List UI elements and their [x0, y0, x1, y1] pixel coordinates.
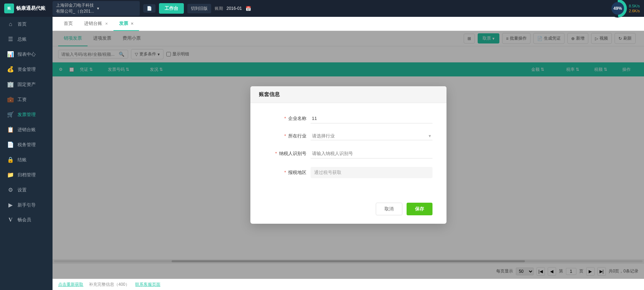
sidebar-label-reports: 报表中心 [18, 51, 36, 58]
sidebar-item-settings[interactable]: ⚙ 设置 [0, 182, 53, 197]
dialog-header: 账套信息 [250, 86, 446, 103]
bottom-text1[interactable]: 点击重新获取 [58, 282, 83, 288]
sidebar-label-purchase: 进销台账 [18, 127, 36, 133]
industry-row: * 所在行业 ▾ [264, 132, 432, 140]
sidebar-label-payroll: 工资 [18, 96, 27, 103]
tax-id-label: * 纳税人识别号 [264, 150, 306, 157]
tax-region-row: * 报税地区 通过税号获取 [264, 167, 432, 178]
company-selector[interactable]: 上海卯金刀电子科技有限公司_（台201... ▾ [53, 1, 140, 16]
company-dropdown-icon: ▾ [97, 6, 136, 11]
tax-id-input[interactable] [311, 149, 432, 159]
page-content: 销项发票 进项发票 费用小票 ⊞ 取票 ▾ [53, 31, 644, 279]
reports-icon: 📊 [7, 51, 14, 58]
sidebar-label-ledger: 总账 [18, 36, 27, 42]
dialog-footer: 取消 保存 [250, 197, 446, 224]
account-info-dialog: 账套信息 * 企业名称 [250, 86, 446, 224]
cancel-button[interactable]: 取消 [376, 203, 402, 215]
modal-overlay: 账套信息 * 企业名称 [53, 31, 644, 279]
settings-icon: ⚙ [7, 187, 14, 193]
tax-id-row: * 纳税人识别号 [264, 149, 432, 159]
dialog-body: * 企业名称 * 所在行业 [250, 103, 446, 197]
archive-icon: 📁 [7, 171, 14, 178]
logo-area: 账 畅康通易代账 [4, 4, 46, 13]
period-value: 2016-01 [227, 6, 242, 11]
workspace-btn[interactable]: 工作台 [159, 3, 184, 14]
top-header: 账 畅康通易代账 上海卯金刀电子科技有限公司_（台201... ▾ 📄 工作台 … [0, 0, 644, 17]
sidebar-item-ledger[interactable]: ☰ 总账 [0, 32, 53, 47]
speed-down: 2.6K/s [629, 9, 640, 13]
closing-icon: 🔒 [7, 156, 14, 163]
guide-icon: ▶ [7, 202, 14, 208]
switch-old-btn[interactable]: 切到旧版 [187, 4, 211, 13]
sidebar-item-guide[interactable]: ▶ 新手引导 [0, 197, 53, 213]
sidebar-label-home: 首页 [18, 21, 27, 27]
bottom-text2: 补充完整信息（400） [89, 282, 130, 288]
company-name-row: * 企业名称 [264, 114, 432, 123]
speed-up: 8.5K/s [629, 4, 640, 8]
sidebar-item-tax[interactable]: 📄 税务管理 [0, 137, 53, 152]
tax-region-disabled: 通过税号获取 [311, 167, 432, 178]
payroll-icon: 💼 [7, 96, 14, 103]
sidebar-item-home[interactable]: ⌂ 首页 [0, 17, 53, 32]
bottom-info-bar: 点击重新获取 补充完整信息（400） 联系客服页面 [53, 279, 644, 290]
tab-close-purchase[interactable]: ✕ [105, 22, 108, 26]
tab-home[interactable]: 首页 [58, 17, 78, 31]
tab-close-invoice[interactable]: ✕ [131, 22, 133, 26]
sidebar-item-payroll[interactable]: 💼 工资 [0, 92, 53, 107]
sidebar-item-invoice[interactable]: 🛒 发票管理 [0, 107, 53, 122]
sidebar-label-funds: 资金管理 [18, 66, 36, 73]
assets-icon: 🏢 [7, 81, 14, 88]
purchase-icon: 📋 [7, 126, 14, 133]
company-name-input[interactable] [311, 114, 432, 123]
tab-purchase[interactable]: 进销台账 ✕ [78, 17, 113, 31]
sidebar: ⌂ 首页 ☰ 总账 📊 报表中心 💰 资金管理 🏢 固定资产 💼 工资 🛒 发票… [0, 17, 53, 290]
sidebar-item-purchase[interactable]: 📋 进销台账 [0, 122, 53, 137]
dialog-title: 账套信息 [259, 91, 280, 97]
speed-info: 8.5K/s 2.6K/s [629, 4, 640, 13]
tax-icon: 📄 [7, 141, 14, 148]
company-name: 上海卯金刀电子科技有限公司_（台201... [56, 2, 95, 14]
save-button[interactable]: 保存 [407, 203, 432, 215]
speed-circle: 49% [609, 0, 627, 18]
sidebar-item-archive[interactable]: 📁 归档管理 [0, 167, 53, 182]
sidebar-item-funds[interactable]: 💰 资金管理 [0, 62, 53, 77]
sidebar-item-closing[interactable]: 🔒 结账 [0, 152, 53, 167]
company-name-label: * 企业名称 [264, 115, 306, 122]
sidebar-label-closing: 结账 [18, 157, 27, 163]
sidebar-label-archive: 归档管理 [18, 172, 36, 178]
sidebar-label-settings: 设置 [18, 187, 27, 193]
industry-dropdown-icon[interactable]: ▾ [429, 133, 431, 139]
home-icon: ⌂ [7, 21, 14, 27]
period-label: 账期 [215, 6, 223, 12]
sidebar-item-vip[interactable]: V 畅会员 [0, 213, 53, 227]
tab-invoice[interactable]: 发票 ✕ [113, 17, 139, 31]
sidebar-item-reports[interactable]: 📊 报表中心 [0, 47, 53, 62]
industry-input[interactable] [312, 133, 429, 139]
sidebar-label-guide: 新手引导 [18, 202, 36, 208]
sidebar-label-assets: 固定资产 [18, 81, 36, 88]
ledger-icon: ☰ [7, 36, 14, 42]
invoice-icon: 🛒 [7, 111, 14, 118]
industry-select-wrap[interactable]: ▾ [311, 132, 432, 140]
vip-icon: V [7, 217, 14, 223]
tax-region-label: * 报税地区 [264, 169, 306, 176]
funds-icon: 💰 [7, 66, 14, 73]
calendar-icon[interactable]: 📅 [245, 6, 251, 11]
app-title: 畅康通易代账 [16, 5, 46, 12]
speed-percent: 49% [611, 2, 624, 15]
sidebar-label-tax: 税务管理 [18, 142, 36, 148]
bottom-text3[interactable]: 联系客服页面 [135, 282, 160, 288]
document-btn[interactable]: 📄 [143, 4, 155, 13]
sidebar-label-vip: 畅会员 [18, 217, 31, 223]
content-area: 首页 进销台账 ✕ 发票 ✕ 销项发票 进项发票 [53, 17, 644, 290]
sidebar-item-assets[interactable]: 🏢 固定资产 [0, 77, 53, 92]
logo-icon: 账 [4, 4, 14, 13]
tab-bar: 首页 进销台账 ✕ 发票 ✕ [53, 17, 644, 31]
sidebar-label-invoice: 发票管理 [18, 112, 36, 118]
industry-label: * 所在行业 [264, 133, 306, 139]
